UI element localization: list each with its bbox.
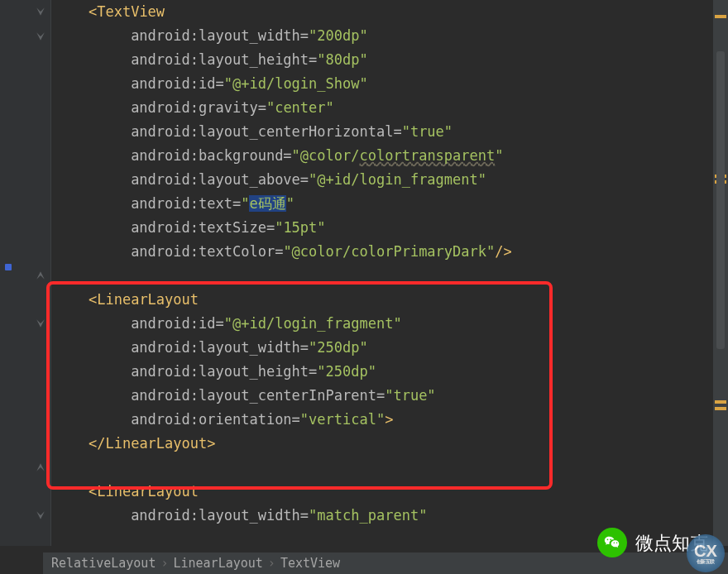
code-line[interactable]: android:background="@color/colortranspar… xyxy=(55,144,708,168)
code-line[interactable] xyxy=(55,456,708,480)
code-line[interactable]: android:textSize="15pt" xyxy=(55,216,708,240)
breakpoint-column[interactable] xyxy=(0,0,17,546)
breadcrumb-item[interactable]: RelativeLayout xyxy=(51,552,156,575)
fold-handle[interactable] xyxy=(36,457,46,481)
wechat-icon xyxy=(597,528,627,557)
gutter xyxy=(0,0,51,546)
code-line[interactable]: <LinearLayout xyxy=(55,288,708,312)
code-line[interactable]: android:orientation="vertical"> xyxy=(55,408,708,432)
code-line[interactable]: <LinearLayout xyxy=(55,480,708,504)
breakpoint-marker[interactable] xyxy=(5,264,12,270)
watermark-logo: CX 创新互联 xyxy=(687,534,725,572)
code-line[interactable]: android:layout_width="250dp" xyxy=(55,336,708,360)
code-line[interactable]: android:layout_width="match_parent" xyxy=(55,504,708,528)
marker-bar[interactable] xyxy=(713,0,728,546)
code-line[interactable]: android:gravity="center" xyxy=(55,96,708,120)
code-editor[interactable]: <TextView android:layout_width="200dp" a… xyxy=(55,0,708,528)
code-line[interactable]: android:layout_centerInParent="true" xyxy=(55,384,708,408)
code-line[interactable]: android:id="@+id/login_Show" xyxy=(55,72,708,96)
fold-handle[interactable] xyxy=(36,313,46,337)
warning-marker[interactable] xyxy=(715,15,726,18)
code-line[interactable]: android:layout_above="@+id/login_fragmen… xyxy=(55,168,708,192)
code-line[interactable]: android:layout_centerHorizontal="true" xyxy=(55,120,708,144)
code-line[interactable]: android:layout_height="80dp" xyxy=(55,48,708,72)
fold-handle[interactable] xyxy=(36,26,46,50)
fold-handle[interactable] xyxy=(36,265,46,289)
breadcrumb-item[interactable]: TextView xyxy=(280,552,340,575)
watermark-text: CX xyxy=(694,543,717,559)
warning-marker[interactable] xyxy=(715,407,726,410)
chevron-right-icon: › xyxy=(160,552,168,575)
code-line[interactable]: </LinearLayout> xyxy=(55,432,708,456)
code-line[interactable]: android:text="e码通" xyxy=(55,192,708,216)
fold-handle[interactable] xyxy=(36,2,46,26)
code-line[interactable]: android:textColor="@color/colorPrimaryDa… xyxy=(55,240,708,264)
scrollbar-thumb[interactable] xyxy=(716,51,725,349)
fold-handle[interactable] xyxy=(36,505,46,529)
code-line[interactable]: android:layout_height="250dp" xyxy=(55,360,708,384)
breadcrumb-item[interactable]: LinearLayout xyxy=(173,552,262,575)
warning-marker[interactable] xyxy=(715,400,726,404)
watermark-subtext: 创新互联 xyxy=(694,559,717,564)
code-line[interactable]: android:layout_width="200dp" xyxy=(55,24,708,48)
code-line[interactable]: <TextView xyxy=(55,0,708,24)
code-line[interactable]: android:id="@+id/login_fragment" xyxy=(55,312,708,336)
code-line[interactable] xyxy=(55,264,708,288)
chevron-right-icon: › xyxy=(268,552,275,575)
